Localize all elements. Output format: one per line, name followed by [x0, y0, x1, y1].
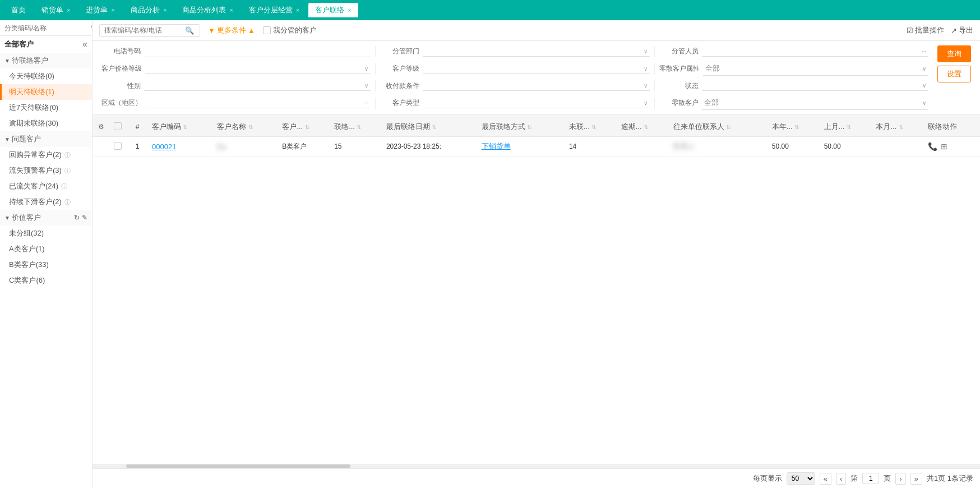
filter-row-2: 客户价格等级 ∨ 客户等级 ∨: [101, 62, 928, 76]
col-not-contacted[interactable]: 未联... ⇅: [566, 117, 618, 137]
sidebar-search-input[interactable]: [4, 24, 89, 32]
nav-close-customer-contact[interactable]: ×: [348, 7, 351, 13]
retail-attribute-select[interactable]: 全部 ∨: [703, 62, 928, 76]
manager-select[interactable]: ···: [702, 47, 928, 57]
price-level-select[interactable]: ∨: [145, 64, 371, 74]
customer-type-select[interactable]: ∨: [423, 98, 649, 108]
col-this-month[interactable]: 本月... ⇅: [872, 117, 924, 137]
info-icon-decline: ⓘ: [64, 199, 71, 205]
row-checkbox[interactable]: [114, 142, 122, 150]
row-check[interactable]: [109, 137, 126, 156]
scroll-thumb[interactable]: [126, 464, 350, 468]
col-customer-code[interactable]: 客户编码 ⇅: [149, 117, 214, 137]
phone-action-icon[interactable]: 📞: [928, 142, 937, 151]
filter-divider-8: [654, 98, 655, 109]
table-row: 1 000021 Ea B类客户 15 2023-05-23 18:25: 下销…: [93, 137, 980, 156]
col-contact-short[interactable]: 联络... ⇅: [331, 117, 383, 137]
col-unit-contact[interactable]: 往来单位联系人 ⇅: [670, 117, 769, 137]
nav-goods-analysis-list[interactable]: 商品分析列表 ×: [175, 3, 239, 17]
nav-goods-analysis[interactable]: 商品分析 ×: [124, 3, 173, 17]
sort-icon-type: ⇅: [305, 124, 309, 130]
sidebar-item-type-c[interactable]: C类客户(6): [0, 273, 92, 288]
query-button[interactable]: 查询: [937, 45, 971, 62]
col-settings[interactable]: ⚙: [93, 117, 109, 137]
gender-select[interactable]: ∨: [144, 81, 371, 91]
search-icon[interactable]: 🔍: [185, 26, 194, 35]
col-contact-action: 联络动作: [924, 117, 980, 137]
col-customer-type-short[interactable]: 客户... ⇅: [279, 117, 331, 137]
nav-customer-contact[interactable]: 客户联络 ×: [308, 3, 358, 17]
col-last-contact-date[interactable]: 最后联络日期 ⇅: [383, 117, 478, 137]
sidebar-item-7days[interactable]: 近7天待联络(0): [0, 100, 92, 116]
phone-input[interactable]: [144, 45, 371, 57]
row-num: 1: [126, 137, 149, 156]
all-customers-header: 全部客户 «: [0, 36, 92, 53]
nav-close-goods-analysis[interactable]: ×: [163, 7, 167, 13]
retail-attribute-chevron: ∨: [922, 66, 926, 72]
sidebar-item-overdue[interactable]: 逾期未联络(30): [0, 116, 92, 131]
more-conditions-btn[interactable]: ▼ 更多条件 ▲: [205, 24, 258, 37]
sidebar-item-repurchase-abnormal[interactable]: 回购异常客户(2) ⓘ: [0, 147, 92, 163]
nav-close-sales[interactable]: ×: [67, 7, 70, 13]
first-page-btn[interactable]: «: [820, 473, 831, 485]
value-customers-refresh-icon[interactable]: ↻: [74, 214, 80, 222]
nav-customer-segment[interactable]: 客户分层经营 ×: [242, 3, 306, 17]
customer-level-select[interactable]: ∨: [423, 64, 649, 74]
page-size-label: 每页显示: [753, 473, 782, 484]
department-select[interactable]: ∨: [423, 47, 649, 57]
status-select[interactable]: ∨: [702, 81, 928, 91]
page-size-select[interactable]: 50 100 200: [787, 472, 815, 485]
col-last-month[interactable]: 上月... ⇅: [821, 117, 873, 137]
row-customer-code[interactable]: 000021: [149, 137, 214, 156]
page-input[interactable]: [862, 473, 879, 484]
sidebar-item-tomorrow[interactable]: 明天待联络(1): [0, 84, 92, 100]
row-customer-name[interactable]: Ea: [214, 137, 279, 156]
sidebar-item-lost[interactable]: 已流失客户(24) ⓘ: [0, 178, 92, 194]
prev-page-btn[interactable]: ‹: [836, 473, 846, 485]
sidebar-search-bar: 🔍: [0, 20, 92, 36]
batch-operation-btn[interactable]: ☑ 批量操作: [907, 25, 944, 35]
nav-sales[interactable]: 销货单 ×: [35, 3, 77, 17]
sidebar-item-lost-risk[interactable]: 流失预警客户(3) ⓘ: [0, 163, 92, 178]
sidebar-item-ungrouped[interactable]: 未分组(32): [0, 225, 92, 241]
row-settings: [93, 137, 109, 156]
sort-icon-name: ⇅: [248, 124, 253, 130]
table-header-row: ⚙ # 客户编码 ⇅ 客户名称 ⇅ 客户... ⇅: [93, 117, 980, 137]
header-checkbox[interactable]: [114, 122, 122, 130]
sidebar-item-today[interactable]: 今天待联络(0): [0, 68, 92, 84]
sidebar-collapse-btn[interactable]: «: [82, 39, 87, 49]
settings-button[interactable]: 设置: [937, 66, 971, 82]
export-btn[interactable]: ↗ 导出: [951, 25, 973, 35]
action-icons: 📞 ⊞: [928, 142, 977, 151]
sort-icon-not-contacted: ⇅: [591, 124, 596, 130]
nav-close-purchase[interactable]: ×: [111, 7, 114, 13]
sidebar-item-type-a[interactable]: A类客户(1): [0, 241, 92, 257]
nav-close-customer-segment[interactable]: ×: [296, 7, 299, 13]
filter-row-1: 电话号码 分管部门 ∨ 分管人员: [101, 45, 928, 57]
col-current-year[interactable]: 本年... ⇅: [769, 117, 821, 137]
filter-field-customer-type: 客户类型 ∨: [380, 98, 649, 108]
last-page-btn[interactable]: »: [910, 473, 922, 485]
col-check[interactable]: [109, 117, 126, 137]
col-overdue[interactable]: 逾期... ⇅: [618, 117, 670, 137]
row-last-contact-method[interactable]: 下销货单: [478, 137, 566, 156]
nav-purchase[interactable]: 进货单 ×: [79, 3, 121, 17]
payment-select[interactable]: ∨: [423, 81, 649, 91]
sort-icon-contact: ⇅: [357, 124, 361, 130]
next-page-btn[interactable]: ›: [895, 473, 905, 485]
my-customers-checkbox[interactable]: [263, 26, 271, 34]
nav-home[interactable]: 首页: [4, 3, 33, 17]
col-customer-name[interactable]: 客户名称 ⇅: [214, 117, 279, 137]
retail-customer-select[interactable]: 全部 ∨: [702, 96, 928, 110]
region-select[interactable]: ···: [145, 98, 371, 108]
filter-field-department: 分管部门 ∨: [380, 47, 649, 57]
search-input[interactable]: [104, 26, 183, 34]
my-customers-checkbox-wrapper[interactable]: 我分管的客户: [263, 25, 317, 35]
col-last-contact-method[interactable]: 最后联络方式 ⇅: [478, 117, 566, 137]
sidebar-item-type-b[interactable]: B类客户(33): [0, 257, 92, 273]
sidebar-item-continuous-decline[interactable]: 持续下滑客户(2) ⓘ: [0, 194, 92, 210]
grid-action-icon[interactable]: ⊞: [941, 142, 947, 151]
table-scroll-bar[interactable]: [93, 464, 980, 468]
value-customers-edit-icon[interactable]: ✎: [82, 214, 87, 222]
nav-close-goods-analysis-list[interactable]: ×: [229, 7, 233, 13]
